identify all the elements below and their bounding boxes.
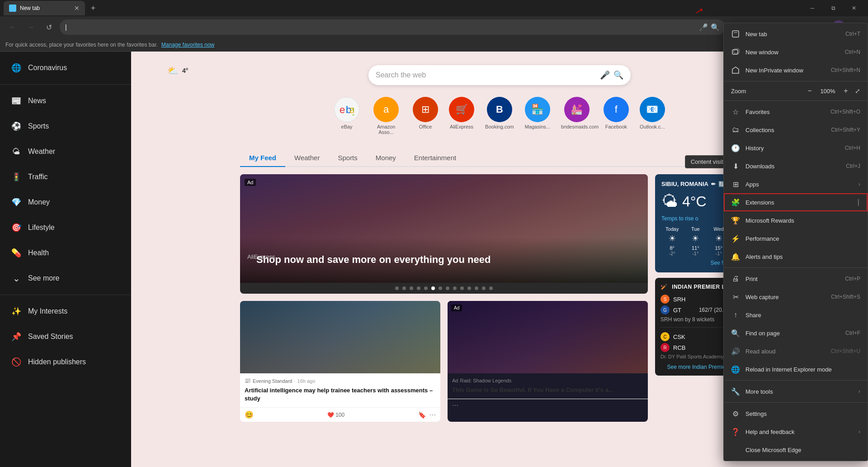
quick-link-magasins[interactable]: 🏪 Magasins... [525,97,550,135]
menu-item-help[interactable]: ❓ Help and feedback › [724,423,868,441]
hero-card[interactable]: Shop now and save more on everything you… [240,174,648,294]
forecast-today-icon: ☀ [661,234,683,243]
close-edge-menu-icon [731,445,740,454]
quick-link-booking[interactable]: B Booking.com [485,97,514,135]
menu-item-new-tab[interactable]: New tab Ctrl+T [724,25,868,43]
sidebar-item-sports[interactable]: ⚽ Sports [0,114,131,139]
bookmark-icon-1[interactable]: 🔖 [418,411,426,419]
sidebar-item-weather[interactable]: 🌤 Weather [0,139,131,164]
quick-link-amazon[interactable]: a Amazon Asso... [370,97,402,135]
sidebar-item-news[interactable]: 📰 News [0,88,131,114]
more-icon-1[interactable]: ⋯ [429,411,436,419]
dot-3[interactable] [410,286,413,290]
maximize-button[interactable]: ⧉ [823,0,844,16]
zoom-fullscreen-icon[interactable]: ⤢ [855,87,860,95]
menu-item-apps[interactable]: ⊞ Apps › [724,175,868,193]
traffic-icon: 🚦 [11,172,22,182]
tab-close-button[interactable]: ✕ [74,5,80,12]
dot-5[interactable] [424,286,428,290]
sidebar-item-health[interactable]: 💊 Health [0,240,131,266]
dot-8[interactable] [446,286,449,290]
menu-item-find[interactable]: 🔍 Find on page Ctrl+F [724,324,868,342]
zoom-increase-button[interactable]: + [840,87,851,95]
search-box[interactable]: Search the web 🎤 🔍 [368,65,631,85]
new-tab-button[interactable]: + [87,2,99,14]
sidebar-item-money[interactable]: 💎 Money [0,190,131,215]
dot-10[interactable] [460,286,464,290]
feed-tab-money[interactable]: Money [367,149,405,167]
quick-link-ebay[interactable]: ebay eBay [334,97,359,135]
quick-link-outlook[interactable]: 📧 Outlook.c... [640,97,665,135]
alerts-label: Alerts and tips [745,253,860,260]
menu-item-close-edge[interactable]: Close Microsoft Edge [724,441,868,459]
dot-4[interactable] [417,286,420,290]
feed-tab-my-feed[interactable]: My Feed [240,149,285,167]
zoom-decrease-button[interactable]: − [804,87,815,95]
sidebar-divider-2 [0,295,131,295]
minimize-button[interactable]: ─ [802,0,823,16]
active-tab[interactable]: New tab ✕ [4,1,85,15]
dot-2[interactable] [402,286,406,290]
close-button[interactable]: ✕ [844,0,864,16]
mic-icon[interactable]: 🎤 [699,23,708,32]
menu-item-new-window[interactable]: New window Ctrl+N [724,43,868,61]
sidebar-item-my-interests[interactable]: ✨ My Interests [0,299,131,324]
menu-item-downloads[interactable]: ⬇ Downloads Ctrl+J [724,157,868,175]
search-submit-icon[interactable]: 🔍 [613,70,623,80]
hero-card-image: Shop now and save more on everything you… [240,174,648,283]
small-card-2[interactable]: Ad Ad Raid: Shadow Legends This Game is … [448,301,648,422]
menu-item-collections[interactable]: 🗂 Collections Ctrl+Shift+Y [724,121,868,139]
back-button[interactable]: ← [5,20,20,34]
ie-mode-label: Reload in Internet Explorer mode [745,366,860,373]
manage-favorites-link[interactable]: Manage favorites now [161,42,214,48]
menu-item-web-capture[interactable]: ✂ Web capture Ctrl+Shift+S [724,288,868,306]
sidebar-item-label: Hidden publishers [28,358,86,366]
sidebar-item-traffic[interactable]: 🚦 Traffic [0,164,131,190]
menu-item-performance[interactable]: ⚡ Performance [724,229,868,248]
quick-link-facebook[interactable]: f Facebook [604,97,629,135]
dot-14[interactable] [489,286,493,290]
address-bar[interactable]: | 🎤 🔍 [60,19,725,35]
reload-button[interactable]: ↺ [42,20,56,34]
ie-mode-menu-icon: 🌐 [731,365,740,374]
menu-item-more-tools[interactable]: 🔧 More tools › [724,382,868,400]
feed-tab-entertainment[interactable]: Entertainment [405,149,465,167]
mic-search-icon[interactable]: 🎤 [600,70,610,80]
menu-item-alerts[interactable]: 🔔 Alerts and tips [724,248,868,266]
sidebar-item-hidden-publishers[interactable]: 🚫 Hidden publishers [0,349,131,375]
sidebar-item-saved-stories[interactable]: 📌 Saved Stories [0,324,131,349]
quick-link-bridesmaids[interactable]: 💒 bridesmaids.com [561,97,593,135]
forward-button[interactable]: → [24,20,38,34]
dot-12[interactable] [475,286,478,290]
menu-item-history[interactable]: 🕐 History Ctrl+H [724,139,868,157]
feed-tab-sports[interactable]: Sports [329,149,366,167]
sidebar-item-coronavirus[interactable]: 🌐 Coronavirus [0,55,131,81]
menu-item-ms-rewards[interactable]: 🏆 Microsoft Rewards [724,211,868,229]
search-icon[interactable]: 🔍 [711,23,720,32]
dot-11[interactable] [467,286,471,290]
menu-item-extensions[interactable]: 🧩 Extensions │ [724,193,868,211]
dot-13[interactable] [482,286,486,290]
dot-1[interactable] [395,286,399,290]
menu-item-favorites[interactable]: ☆ Favorites Ctrl+Shift+O [724,103,868,121]
dot-9[interactable] [453,286,457,290]
menu-item-settings[interactable]: ⚙ Settings [724,405,868,423]
more-icon-2[interactable]: ⋯ [452,402,458,409]
menu-item-share[interactable]: ↑ Share [724,306,868,324]
menu-item-inprivate[interactable]: New InPrivate window Ctrl+Shift+N [724,61,868,79]
menu-item-ie-mode[interactable]: 🌐 Reload in Internet Explorer mode [724,360,868,378]
weather-edit-icon[interactable]: ✏ [711,181,716,187]
menu-item-read-aloud[interactable]: 🔊 Read aloud Ctrl+Shift+U [724,342,868,360]
dot-7[interactable] [439,286,442,290]
quick-link-aliexpress[interactable]: 🛒 AliExpress [449,97,474,135]
sidebar-item-label: Sports [28,122,49,130]
small-card-1[interactable]: 📰 Evening Standard · 16h ago Artificial … [240,301,440,422]
quick-link-office[interactable]: ⊞ Office [413,97,438,135]
menu-item-print[interactable]: 🖨 Print Ctrl+P [724,270,868,288]
feed-tab-weather[interactable]: Weather [285,149,329,167]
sidebar-item-see-more[interactable]: ⌄ See more [0,266,131,291]
performance-label: Performance [745,235,860,242]
dot-6-active[interactable] [431,286,435,290]
sidebar-item-lifestyle[interactable]: 🎯 Lifestyle [0,215,131,240]
share-label: Share [745,312,860,319]
